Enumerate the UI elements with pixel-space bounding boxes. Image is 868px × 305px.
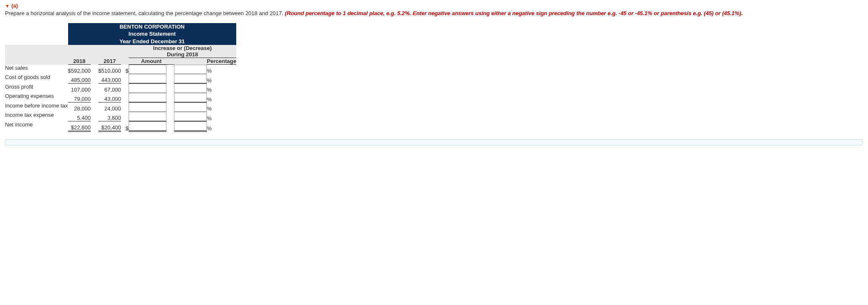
amount-prefix: $	[121, 65, 129, 74]
table-row: Operating expenses79,00043,000%	[5, 93, 236, 103]
amount-input[interactable]	[129, 84, 166, 93]
percent-suffix: %	[207, 84, 236, 93]
percent-suffix: %	[207, 103, 236, 112]
percent-suffix: %	[207, 93, 236, 103]
corp-header: BENTON CORPORATION Income Statement Year…	[68, 23, 237, 45]
percentage-input[interactable]	[174, 121, 207, 131]
amount-prefix	[121, 74, 129, 84]
instructions-hint: (Round percentage to 1 decimal place, e.…	[285, 10, 743, 16]
percentage-input[interactable]	[174, 103, 207, 112]
y2017-value: $510,000	[98, 65, 121, 74]
percent-suffix: %	[207, 65, 236, 74]
percentage-input[interactable]	[174, 65, 207, 74]
change-header: Increase or (Decrease) During 2018	[129, 45, 236, 58]
percentage-input[interactable]	[174, 112, 207, 121]
amount-input[interactable]	[129, 65, 166, 74]
y2017-value: 43,000	[98, 93, 121, 103]
amount-input[interactable]	[129, 74, 166, 83]
percentage-input[interactable]	[174, 84, 207, 93]
row-label: Net sales	[5, 65, 68, 74]
percent-suffix: %	[207, 112, 236, 121]
amount-prefix	[121, 84, 129, 93]
y2018-value: $592,000	[68, 65, 91, 74]
col-amount: Amount	[129, 58, 174, 65]
section-heading[interactable]: ▼ (a)	[5, 3, 863, 9]
y2017-value: 3,600	[98, 112, 121, 121]
amount-prefix: $	[121, 121, 129, 131]
footer-panel	[5, 139, 863, 145]
y2018-value: $22,600	[68, 121, 91, 131]
table-row: Cost of goods sold485,000443,000%	[5, 74, 236, 84]
amount-input[interactable]	[129, 93, 166, 102]
income-statement-table: BENTON CORPORATION Income Statement Year…	[5, 23, 236, 132]
table-row: Net sales$592,000$510,000$%	[5, 65, 236, 74]
y2018-value: 485,000	[68, 74, 91, 84]
percent-suffix: %	[207, 74, 236, 84]
row-label: Income tax expense	[5, 112, 68, 121]
amount-input[interactable]	[129, 121, 166, 131]
collapse-toggle-icon[interactable]: ▼	[5, 3, 10, 8]
y2017-value: 67,000	[98, 84, 121, 93]
amount-input[interactable]	[129, 112, 166, 121]
percentage-input[interactable]	[174, 93, 207, 102]
amount-prefix	[121, 112, 129, 121]
y2017-value: $20,400	[98, 121, 121, 131]
instructions: Prepare a horizontal analysis of the inc…	[5, 10, 863, 17]
period: Year Ended December 31	[68, 38, 237, 45]
y2017-value: 443,000	[98, 74, 121, 84]
row-label: Income before income tax	[5, 103, 68, 112]
col-percentage: Percentage	[207, 58, 236, 65]
statement-name: Income Statement	[68, 30, 237, 38]
row-label: Net income	[5, 121, 68, 131]
amount-prefix	[121, 103, 129, 112]
table-row: Income before income tax28,00024,000%	[5, 103, 236, 112]
y2017-value: 24,000	[98, 103, 121, 112]
corp-name: BENTON CORPORATION	[68, 23, 237, 31]
row-label: Cost of goods sold	[5, 74, 68, 84]
table-row: Income tax expense5,4003,600%	[5, 112, 236, 121]
table-row: Gross profit107,00067,000%	[5, 84, 236, 93]
y2018-value: 79,000	[68, 93, 91, 103]
col-2017: 2017	[98, 58, 121, 65]
amount-input[interactable]	[129, 103, 166, 112]
row-label: Gross profit	[5, 84, 68, 93]
instructions-text: Prepare a horizontal analysis of the inc…	[5, 10, 285, 16]
amount-prefix	[121, 93, 129, 103]
y2018-value: 5,400	[68, 112, 91, 121]
row-label: Operating expenses	[5, 93, 68, 103]
y2018-value: 28,000	[68, 103, 91, 112]
percent-suffix: %	[207, 121, 236, 131]
col-2018: 2018	[68, 58, 91, 65]
percentage-input[interactable]	[174, 74, 207, 83]
y2018-value: 107,000	[68, 84, 91, 93]
table-row: Net income$22,600$20,400$%	[5, 121, 236, 131]
section-label: (a)	[11, 3, 18, 9]
